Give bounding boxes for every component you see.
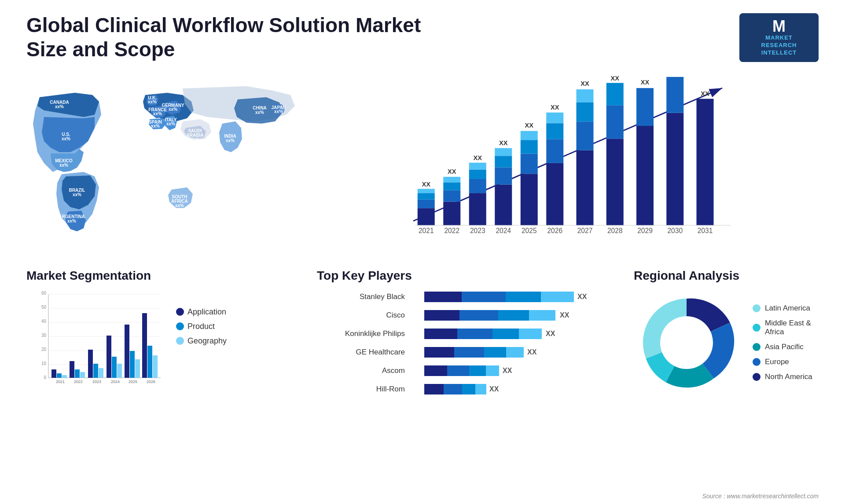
svg-rect-52 [495, 148, 512, 156]
label-north-america: North America [765, 373, 812, 381]
player-row-hillrom: Hill-Rom XX [317, 382, 616, 396]
regional-section: Regional Analysis [634, 264, 819, 405]
svg-rect-116 [88, 350, 93, 378]
chart-section: XX XX XX XX [317, 71, 819, 256]
svg-text:2022: 2022 [74, 380, 83, 384]
legend-north-america: North America [753, 373, 819, 381]
svg-rect-73 [636, 126, 654, 225]
svg-text:2021: 2021 [419, 226, 434, 234]
svg-rect-76 [666, 113, 683, 225]
player-row-ascom: Ascom XX [317, 364, 616, 378]
svg-text:60: 60 [41, 291, 47, 296]
player-bar-philips: XX [408, 327, 616, 341]
svg-text:XX: XX [641, 79, 650, 86]
svg-rect-144 [492, 329, 519, 339]
svg-rect-42 [443, 177, 460, 183]
svg-rect-50 [495, 167, 512, 184]
donut-chart [634, 290, 739, 395]
svg-rect-77 [666, 77, 683, 113]
svg-text:2024: 2024 [111, 380, 120, 384]
svg-text:20: 20 [41, 347, 47, 352]
legend-latin-america: Latin America [753, 304, 819, 313]
svg-text:2026: 2026 [147, 380, 155, 384]
main-title: Global Clinical Workflow Solution Market… [26, 13, 422, 62]
segmentation-title: Market Segmentation [26, 269, 299, 283]
bar-chart: XX XX XX XX [326, 75, 810, 247]
svg-text:2023: 2023 [470, 226, 485, 234]
svg-rect-148 [454, 347, 484, 358]
svg-rect-117 [93, 364, 98, 378]
map-section: CANADA xx% U.S. xx% MEXICO xx% BRAZIL xx… [26, 71, 299, 256]
svg-text:2030: 2030 [667, 226, 683, 234]
donut-container: Latin America Middle East & Africa Asia … [634, 290, 819, 395]
svg-rect-114 [80, 372, 85, 378]
svg-rect-45 [469, 179, 486, 193]
svg-rect-139 [498, 310, 529, 321]
svg-rect-130 [153, 355, 158, 378]
svg-text:XX: XX [551, 104, 559, 111]
header: Global Clinical Workflow Solution Market… [26, 13, 819, 62]
world-map: CANADA xx% U.S. xx% MEXICO xx% BRAZIL xx… [26, 71, 299, 247]
svg-rect-145 [519, 329, 542, 339]
svg-rect-122 [117, 364, 122, 378]
label-latin-america: Latin America [765, 304, 810, 313]
svg-text:XX: XX [701, 90, 709, 97]
svg-text:xx%: xx% [59, 163, 68, 168]
svg-text:XX: XX [560, 311, 569, 319]
svg-text:XX: XX [525, 122, 534, 129]
svg-text:xx%: xx% [226, 138, 235, 143]
player-bar-ascom: XX [408, 364, 616, 378]
legend-label-product: Product [187, 322, 215, 331]
label-middle-east: Middle East & Africa [765, 319, 819, 336]
svg-text:10: 10 [41, 361, 47, 366]
svg-rect-118 [99, 368, 103, 378]
legend-application: Application [176, 307, 227, 317]
content-grid: CANADA xx% U.S. xx% MEXICO xx% BRAZIL xx… [26, 71, 819, 264]
svg-text:2024: 2024 [496, 226, 511, 234]
player-row-gehealthcare: GE Healthcare XX [317, 345, 616, 359]
svg-text:2027: 2027 [577, 226, 593, 234]
svg-text:xx%: xx% [67, 219, 76, 223]
player-name-stanleyblack: Stanley Black [317, 292, 405, 301]
svg-rect-134 [506, 292, 541, 302]
svg-rect-157 [424, 384, 444, 394]
svg-rect-113 [75, 369, 80, 378]
svg-text:2031: 2031 [698, 226, 713, 234]
player-bar-stanleyblack: XX [408, 290, 616, 304]
player-name-ascom: Ascom [317, 366, 405, 375]
dot-europe [753, 358, 760, 366]
logo: M MARKETRESEARCHINTELLECT [739, 13, 819, 62]
svg-rect-110 [62, 375, 67, 378]
svg-text:2022: 2022 [444, 226, 459, 234]
svg-rect-154 [469, 365, 486, 376]
svg-rect-150 [506, 347, 524, 358]
svg-rect-56 [521, 140, 538, 153]
player-name-philips: Koninklijke Philips [317, 329, 405, 338]
svg-text:30: 30 [41, 333, 47, 338]
player-row-cisco: Cisco XX [317, 308, 616, 322]
svg-rect-125 [130, 351, 135, 378]
logo-text: MARKETRESEARCHINTELLECT [761, 34, 797, 57]
svg-rect-35 [418, 199, 435, 208]
svg-rect-66 [577, 102, 594, 121]
player-row-stanleyblack: Stanley Black XX [317, 290, 616, 304]
svg-rect-124 [125, 325, 129, 378]
source-text: Source : www.marketresearchintellect.com [702, 493, 819, 500]
seg-chart-container: 0 10 20 30 40 50 60 [26, 290, 299, 391]
svg-text:xx%: xx% [148, 99, 157, 104]
svg-text:XX: XX [489, 385, 499, 393]
svg-rect-149 [484, 347, 506, 358]
dot-middle-east [753, 324, 760, 332]
svg-text:XX: XX [546, 330, 555, 337]
svg-rect-57 [521, 131, 538, 139]
svg-rect-46 [469, 169, 486, 179]
legend-label-application: Application [187, 307, 226, 317]
svg-rect-36 [418, 193, 435, 200]
player-name-hillrom: Hill-Rom [317, 385, 405, 394]
svg-text:xx%: xx% [255, 110, 264, 115]
svg-rect-152 [424, 365, 447, 376]
legend-dot-geography [176, 337, 184, 345]
svg-rect-143 [457, 329, 492, 339]
svg-rect-159 [462, 384, 475, 394]
player-bar-hillrom: XX [408, 382, 616, 396]
